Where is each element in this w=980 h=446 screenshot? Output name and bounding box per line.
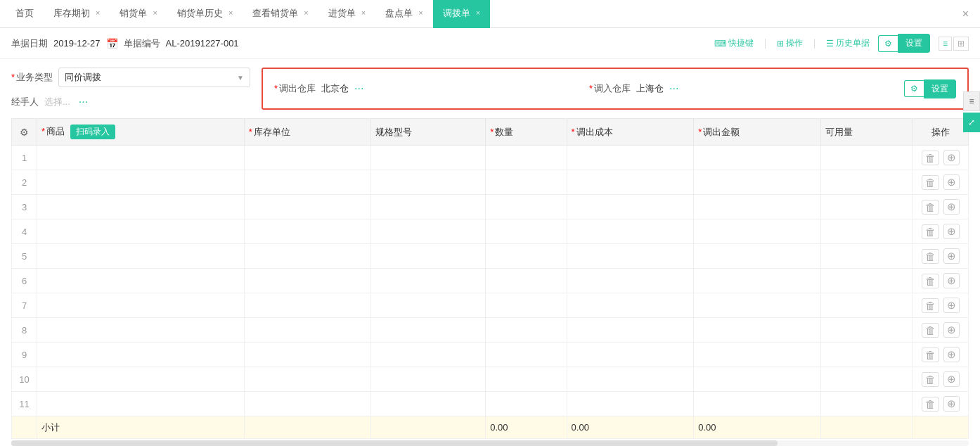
row-num-10: 10 (12, 367, 37, 392)
settings-text-btn[interactable]: 设置 (898, 34, 930, 53)
copy-row-7-btn[interactable]: ⊕ (943, 298, 960, 313)
tab-close-sales-order[interactable]: × (153, 9, 157, 17)
delete-row-7-btn[interactable]: 🗑 (922, 298, 939, 313)
tab-close-transfer-order[interactable]: × (476, 9, 480, 17)
history-btn[interactable]: ☰ 历史单据 (826, 37, 870, 49)
out-warehouse-more-btn[interactable]: ··· (354, 82, 363, 95)
right-toolbar: ≡ ⤢ (963, 91, 980, 132)
table-row: 3 🗑 ⊕ (12, 195, 969, 219)
row-qty-1[interactable] (486, 146, 567, 170)
copy-row-1-btn[interactable]: ⊕ (943, 150, 960, 165)
row-spec-1[interactable] (371, 146, 486, 170)
th-goods: *商品 扫码录入 (37, 119, 245, 146)
row-num-3: 3 (12, 195, 37, 219)
row-unit-3[interactable] (244, 195, 371, 219)
tab-close-inventory-init[interactable]: × (96, 9, 100, 17)
delete-row-8-btn[interactable]: 🗑 (922, 323, 939, 338)
tab-home[interactable]: 首页 (6, 0, 44, 28)
tab-sales-order[interactable]: 销货单 × (110, 0, 167, 28)
copy-row-8-btn[interactable]: ⊕ (943, 322, 960, 338)
calendar-icon[interactable]: 📅 (106, 38, 118, 49)
tab-close-view-sales[interactable]: × (304, 9, 308, 17)
table-wrapper: ⚙ *商品 扫码录入 *库存单位 规格型号 *数量 *调出成本 *调出金额 (0, 118, 980, 439)
close-all-tabs[interactable]: × (957, 8, 974, 20)
delete-row-2-btn[interactable]: 🗑 (922, 175, 939, 190)
operation-btn[interactable]: ⊞ 操作 (777, 37, 803, 49)
tab-purchase-order[interactable]: 进货单 × (318, 0, 375, 28)
warehouse-gear-btn[interactable]: ⚙ (904, 80, 924, 97)
table-row: 10 🗑⊕ (12, 367, 969, 392)
row-available-2[interactable] (820, 170, 912, 195)
in-warehouse-field: *调入仓库 上海仓 ··· (589, 82, 893, 95)
tab-inventory-check[interactable]: 盘点单 × (375, 0, 432, 28)
h-scrollbar[interactable] (11, 440, 969, 446)
copy-row-5-btn[interactable]: ⊕ (943, 248, 960, 264)
row-available-3[interactable] (820, 195, 912, 219)
row-goods-2[interactable] (37, 170, 245, 195)
copy-row-10-btn[interactable]: ⊕ (943, 371, 960, 387)
row-available-1[interactable] (820, 146, 912, 170)
copy-row-2-btn[interactable]: ⊕ (943, 174, 960, 190)
delete-row-1-btn[interactable]: 🗑 (922, 151, 939, 165)
tab-close-sales-history[interactable]: × (228, 9, 233, 17)
row-qty-2[interactable] (486, 170, 567, 195)
out-warehouse-value: 北京仓 (321, 82, 349, 95)
in-warehouse-more-btn[interactable]: ··· (669, 82, 678, 95)
form-left: *业务类型 同价调拨 ▼ 经手人 选择... ··· (11, 68, 250, 108)
row-amount-1[interactable] (694, 146, 821, 170)
delete-row-11-btn[interactable]: 🗑 (922, 397, 939, 412)
handler-select[interactable]: 选择... (44, 96, 70, 108)
row-cost-2[interactable] (567, 170, 694, 195)
row-cost-1[interactable] (567, 146, 694, 170)
tab-transfer-order[interactable]: 调拨单 × (433, 0, 490, 28)
table-settings-icon[interactable]: ⚙ (20, 127, 29, 138)
row-spec-2[interactable] (371, 170, 486, 195)
row-unit-2[interactable] (244, 170, 371, 195)
business-type-arrow: ▼ (237, 74, 244, 82)
right-list-btn[interactable]: ≡ (963, 91, 980, 111)
tab-close-inventory-check[interactable]: × (418, 9, 423, 17)
scan-btn[interactable]: 扫码录入 (70, 125, 115, 139)
row-cost-3[interactable] (567, 195, 694, 219)
delete-row-9-btn[interactable]: 🗑 (922, 348, 939, 362)
settings-gear-btn[interactable]: ⚙ (878, 35, 898, 52)
delete-row-4-btn[interactable]: 🗑 (922, 224, 939, 239)
th-available: 可用量 (820, 119, 912, 146)
right-expand-btn[interactable]: ⤢ (963, 113, 980, 132)
th-op: 操作 (913, 119, 969, 146)
table-header-row: ⚙ *商品 扫码录入 *库存单位 规格型号 *数量 *调出成本 *调出金额 (12, 119, 969, 146)
delete-row-5-btn[interactable]: 🗑 (922, 249, 939, 264)
copy-row-6-btn[interactable]: ⊕ (943, 273, 960, 288)
out-warehouse-field: *调出仓库 北京仓 ··· (274, 82, 578, 95)
copy-row-11-btn[interactable]: ⊕ (943, 396, 960, 412)
row-spec-3[interactable] (371, 195, 486, 219)
business-type-star: * (11, 72, 15, 82)
tab-inventory-init[interactable]: 库存期初 × (44, 0, 110, 28)
layout-list-btn[interactable]: ≡ (939, 37, 952, 51)
row-amount-3[interactable] (694, 195, 821, 219)
delete-row-3-btn[interactable]: 🗑 (922, 200, 939, 215)
row-amount-2[interactable] (694, 170, 821, 195)
business-type-field: *业务类型 同价调拨 ▼ (11, 68, 250, 87)
row-goods-1[interactable] (37, 146, 245, 170)
copy-row-3-btn[interactable]: ⊕ (943, 199, 960, 215)
shortcut-btn[interactable]: ⌨ 快捷键 (714, 37, 754, 49)
row-qty-3[interactable] (486, 195, 567, 219)
th-amount: *调出金额 (694, 119, 821, 146)
tab-close-purchase-order[interactable]: × (361, 9, 366, 17)
tab-view-sales[interactable]: 查看销货单 × (243, 0, 318, 28)
copy-row-9-btn[interactable]: ⊕ (943, 347, 960, 362)
warehouse-settings-text-btn[interactable]: 设置 (924, 79, 956, 98)
row-unit-1[interactable] (244, 146, 371, 170)
copy-row-4-btn[interactable]: ⊕ (943, 224, 960, 239)
layout-grid-btn[interactable]: ⊞ (953, 37, 969, 51)
date-value: 2019-12-27 (53, 38, 101, 49)
th-gear: ⚙ (12, 119, 37, 146)
business-type-select[interactable]: 同价调拨 ▼ (58, 68, 250, 87)
tab-sales-history[interactable]: 销货单历史 × (167, 0, 243, 28)
handler-more-btn[interactable]: ··· (76, 96, 91, 108)
delete-row-10-btn[interactable]: 🗑 (922, 372, 939, 387)
delete-row-6-btn[interactable]: 🗑 (922, 274, 939, 288)
row-goods-3[interactable] (37, 195, 245, 219)
out-warehouse-label: *调出仓库 (274, 82, 316, 95)
